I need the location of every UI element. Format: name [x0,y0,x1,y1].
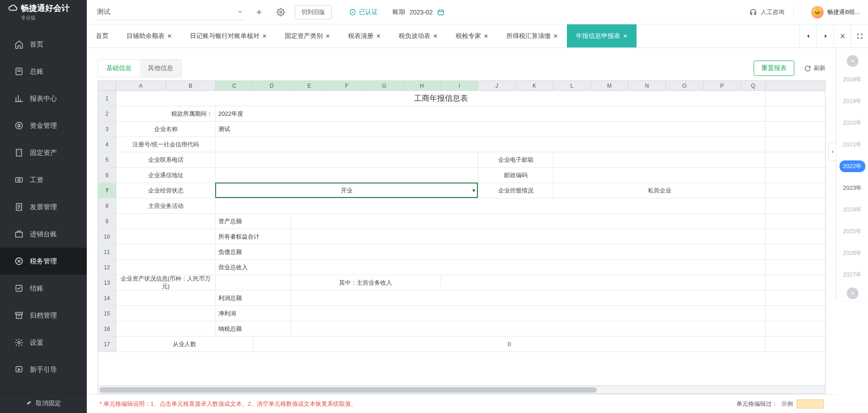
year-rail-collapse[interactable] [828,143,836,161]
col-header-Q[interactable]: Q [741,81,766,90]
row-header-9[interactable]: 9 [98,214,116,229]
col-header-E[interactable]: E [291,81,328,90]
col-header-L[interactable]: L [553,81,591,90]
year-item-2019年[interactable]: 2019年 [837,90,868,112]
cell[interactable] [216,198,766,213]
cell[interactable]: 企业资产状况信息(币种：人民币万元) [116,275,216,290]
cell[interactable]: 企业控股情况 [478,183,553,198]
sidebar-item-chart[interactable]: 报表中心 [0,85,87,112]
cell[interactable]: 税款所属期间： [116,106,216,121]
row-header-16[interactable]: 16 [98,321,116,336]
sidebar-item-invoice[interactable]: 发票管理 [0,193,87,221]
col-header-A[interactable]: A [116,81,166,90]
select-all-corner[interactable] [98,81,116,90]
year-item-2025年[interactable]: 2025年 [837,221,868,242]
tab-6[interactable]: 税检专家✕ [447,24,497,47]
tab-close-icon[interactable]: ✕ [623,33,627,39]
cell[interactable] [116,229,216,244]
row-header-5[interactable]: 5 [98,152,116,167]
col-header-N[interactable]: N [628,81,666,90]
sidebar-item-money[interactable]: 资金管理 [0,112,87,139]
col-header-B[interactable]: B [166,81,216,90]
cell[interactable]: 纳税总额 [216,321,291,336]
cell[interactable]: 企业通信地址 [116,168,216,183]
user-menu[interactable]: 🐱 畅捷通B组... [811,6,860,19]
switch-old-version-button[interactable]: 切到旧版 [295,5,332,19]
sidebar-item-stock[interactable]: 进销台账 [0,221,87,248]
sidebar-item-home[interactable]: 首页 [0,31,87,58]
cell[interactable]: 净利润 [216,306,291,321]
cell[interactable]: 企业经营状态 [116,183,216,198]
cell[interactable]: 负债总额 [216,244,291,259]
spreadsheet[interactable]: ABCDEFGHIJKLMNOPQ 1工商年报信息表2税款所属期间：2022年度… [98,80,826,394]
refresh-button[interactable]: 刷新 [804,64,826,72]
cell[interactable]: 其中：主营业务收入 [291,275,441,290]
tab-4[interactable]: 税表清册✕ [339,24,390,47]
cell[interactable]: 0 [253,337,766,352]
cell[interactable] [553,168,766,183]
tab-close-icon[interactable]: ✕ [484,33,488,39]
row-header-15[interactable]: 15 [98,306,116,321]
col-header-F[interactable]: F [328,81,366,90]
col-header-K[interactable]: K [516,81,553,90]
col-header-G[interactable]: G [366,81,403,90]
cell[interactable] [116,214,216,229]
row-header-14[interactable]: 14 [98,291,116,305]
col-header-D[interactable]: D [253,81,291,90]
sidebar-item-gear[interactable]: 设置 [0,329,87,356]
add-button[interactable] [251,5,267,20]
sidebar-item-close-book[interactable]: 结账 [0,275,87,302]
col-header-C[interactable]: C [216,81,253,90]
year-item-2021年[interactable]: 2021年 [837,134,868,155]
col-header-M[interactable]: M [591,81,628,90]
cell[interactable]: 2022年度 [216,106,766,121]
cell[interactable] [116,260,216,275]
tab-3[interactable]: 固定资产类别✕ [276,24,339,47]
tab-2[interactable]: 日记账与银行对账单核对✕ [181,24,276,47]
cell[interactable]: 开业▼ [216,183,478,198]
cell[interactable] [116,244,216,259]
accounting-period[interactable]: 账期 2023-02 [392,8,444,16]
tab-7[interactable]: 所得税汇算清缴✕ [497,24,567,47]
sidebar-item-archive[interactable]: 归档管理 [0,302,87,329]
cell[interactable]: 从业人数 [116,337,253,352]
cell[interactable] [441,275,766,290]
sidebar-item-tax[interactable]: 税务管理 [0,248,87,275]
tab-0[interactable]: 首页 [87,24,118,47]
cell[interactable]: 所有者权益合计 [216,229,291,244]
pin-toggle[interactable]: 取消固定 [0,393,87,413]
cell[interactable]: 邮政编码 [478,168,553,183]
cell[interactable]: 营业总收入 [216,260,291,275]
row-header-7[interactable]: 7 [98,183,116,198]
cell[interactable] [116,291,216,305]
row-header-3[interactable]: 3 [98,122,116,136]
row-header-13[interactable]: 13 [98,275,116,290]
year-up-button[interactable] [847,55,859,67]
tab-close-icon[interactable]: ✕ [553,33,558,39]
cell[interactable]: 利润总额 [216,291,291,305]
cell[interactable] [291,306,766,321]
dropdown-arrow-icon[interactable]: ▼ [472,188,476,193]
year-item-2022年[interactable]: 2022年 [837,155,868,177]
col-header-H[interactable]: H [403,81,441,90]
year-item-2023年[interactable]: 2023年 [837,177,868,199]
row-header-2[interactable]: 2 [98,106,116,121]
cell[interactable]: 资产总额 [216,214,291,229]
row-header-12[interactable]: 12 [98,260,116,275]
cell[interactable]: 测试 [216,122,766,136]
tab-8[interactable]: 年报信息申报表✕ [567,24,637,47]
cell[interactable] [116,321,216,336]
row-header-8[interactable]: 8 [98,198,116,213]
tab-fullscreen[interactable] [851,24,868,47]
cell[interactable] [291,214,766,229]
row-header-4[interactable]: 4 [98,137,116,152]
cell[interactable] [553,152,766,167]
cell[interactable]: 工商年报信息表 [116,91,766,106]
year-item-2020年[interactable]: 2020年 [837,112,868,134]
col-header-I[interactable]: I [441,81,478,90]
cell[interactable]: 企业电子邮箱 [478,152,553,167]
tab-close-icon[interactable]: ✕ [433,33,438,39]
cell[interactable] [291,321,766,336]
tab-close-all[interactable] [834,24,851,47]
cell[interactable] [216,168,478,183]
